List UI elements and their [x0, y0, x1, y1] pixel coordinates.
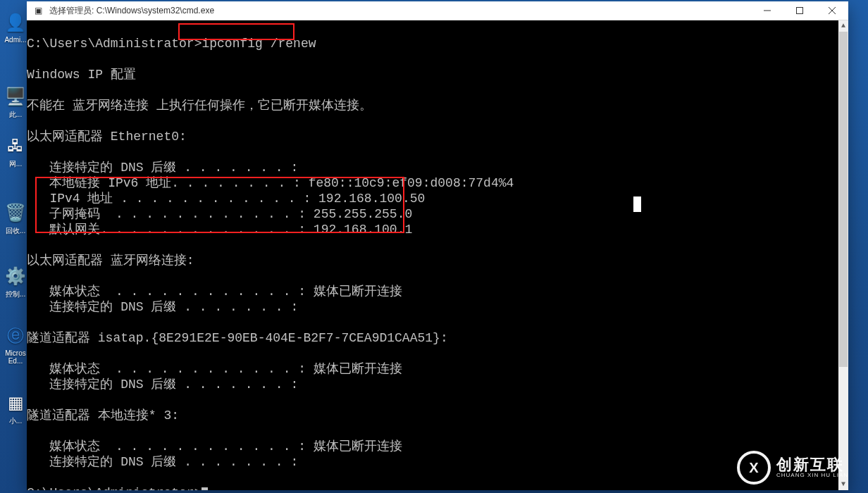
- heading-windows-ip: Windows IP 配置: [27, 68, 136, 82]
- isatap-media-row: 媒体状态 . . . . . . . . . . . . : 媒体已断开连接: [27, 362, 402, 376]
- watermark-glyph: X: [737, 451, 771, 485]
- desktop-icon-label: 控制...: [1, 289, 30, 299]
- desktop-icon-control-panel[interactable]: ⚙️ 控制...: [1, 264, 30, 299]
- terminal-output: C:\Users\Administrator>ipconfig /renew W…: [27, 20, 838, 490]
- highlight-command: [178, 23, 294, 40]
- close-button[interactable]: [816, 1, 848, 20]
- desktop-icon-edge[interactable]: ⓔ Micros Ed...: [1, 324, 30, 365]
- eth0-ipv6-row: 本地链接 IPv6 地址. . . . . . . . : fe80::10c9…: [27, 176, 514, 190]
- maximize-icon: [796, 7, 803, 14]
- minimize-icon: [764, 7, 771, 14]
- isatap-dns-row: 连接特定的 DNS 后缀 . . . . . . . :: [27, 377, 298, 392]
- eth0-ipv4-row: IPv4 地址 . . . . . . . . . . . . : 192.16…: [27, 192, 425, 206]
- scrollbar-thumb[interactable]: [839, 32, 848, 367]
- bluetooth-error-line: 不能在 蓝牙网络连接 上执行任何操作，它已断开媒体连接。: [27, 99, 372, 113]
- cmd-window: ▣ 选择管理员: C:\Windows\system32\cmd.exe C:\…: [27, 1, 848, 490]
- adapter-isatap-title: 隧道适配器 isatap.{8E291E2E-90EB-404E-B2F7-7C…: [27, 331, 448, 345]
- recycle-bin-icon: 🗑️: [4, 201, 27, 225]
- adapter-ethernet0-title: 以太网适配器 Ethernet0:: [27, 130, 187, 144]
- desktop-icon-label: 小...: [1, 416, 30, 426]
- user-folder-icon: 👤: [4, 11, 27, 35]
- network-icon: 🖧: [4, 134, 27, 158]
- desktop-background: 👤 Admi... 🖥️ 此... 🖧 网... 🗑️ 回收... ⚙️ 控制.…: [0, 0, 868, 493]
- scrollbar-track[interactable]: [838, 32, 848, 479]
- eth0-dns-row: 连接特定的 DNS 后缀 . . . . . . . :: [27, 161, 298, 175]
- desktop-icon-this-pc[interactable]: 🖥️ 此...: [1, 85, 30, 120]
- desktop-icon-misc[interactable]: ▦ 小...: [1, 391, 30, 426]
- scroll-up-arrow[interactable]: ▲: [838, 20, 848, 32]
- watermark-pinyin: CHUANG XIN HU LIAN: [776, 473, 848, 478]
- desktop-icon-label: 网...: [1, 159, 30, 169]
- desktop-icon-label: Admi...: [1, 36, 30, 44]
- desktop-icon-administrator[interactable]: 👤 Admi...: [1, 11, 30, 44]
- desktop-icon-label: 此...: [1, 110, 30, 120]
- desktop-icon-label: 回收...: [1, 226, 30, 236]
- minimize-button[interactable]: [751, 1, 783, 20]
- vertical-scrollbar[interactable]: ▲ ▼: [838, 20, 848, 490]
- computer-icon: 🖥️: [4, 85, 27, 108]
- desktop-icon-network[interactable]: 🖧 网...: [1, 134, 30, 169]
- prompt-prefix: C:\Users\Administrator>: [27, 37, 202, 51]
- prompt-line-2: C:\Users\Administrator>: [27, 486, 202, 490]
- svg-rect-1: [797, 8, 803, 14]
- window-titlebar[interactable]: ▣ 选择管理员: C:\Windows\system32\cmd.exe: [27, 1, 848, 20]
- bluetooth-dns-row: 连接特定的 DNS 后缀 . . . . . . . :: [27, 300, 298, 314]
- eth0-gateway-row: 默认网关. . . . . . . . . . . . . : 192.168.…: [27, 223, 412, 237]
- close-icon: [829, 7, 836, 14]
- edge-icon: ⓔ: [4, 324, 27, 348]
- control-panel-icon: ⚙️: [4, 264, 27, 288]
- text-cursor: [202, 487, 208, 490]
- cmd-icon: ▣: [31, 4, 45, 18]
- window-title: 选择管理员: C:\Windows\system32\cmd.exe: [49, 5, 214, 17]
- eth0-mask-row: 子网掩码 . . . . . . . . . . . . : 255.255.2…: [27, 207, 412, 221]
- watermark-logo: X 创新互联 CHUANG XIN HU LIAN: [737, 451, 848, 485]
- terminal-area[interactable]: C:\Users\Administrator>ipconfig /renew W…: [27, 20, 848, 490]
- maximize-button[interactable]: [783, 1, 816, 20]
- desktop-icon-label: Micros Ed...: [1, 349, 30, 365]
- local3-dns-row: 连接特定的 DNS 后缀 . . . . . . . :: [27, 455, 298, 469]
- desktop-icon-recycle-bin[interactable]: 🗑️ 回收...: [1, 201, 30, 236]
- selection-cursor: [633, 196, 641, 212]
- app-icon: ▦: [4, 391, 27, 415]
- local3-media-row: 媒体状态 . . . . . . . . . . . . : 媒体已断开连接: [27, 439, 402, 454]
- bluetooth-media-row: 媒体状态 . . . . . . . . . . . . : 媒体已断开连接: [27, 285, 402, 299]
- adapter-local3-title: 隧道适配器 本地连接* 3:: [27, 408, 179, 423]
- adapter-bluetooth-title: 以太网适配器 蓝牙网络连接:: [27, 254, 194, 268]
- watermark-name: 创新互联: [776, 457, 848, 473]
